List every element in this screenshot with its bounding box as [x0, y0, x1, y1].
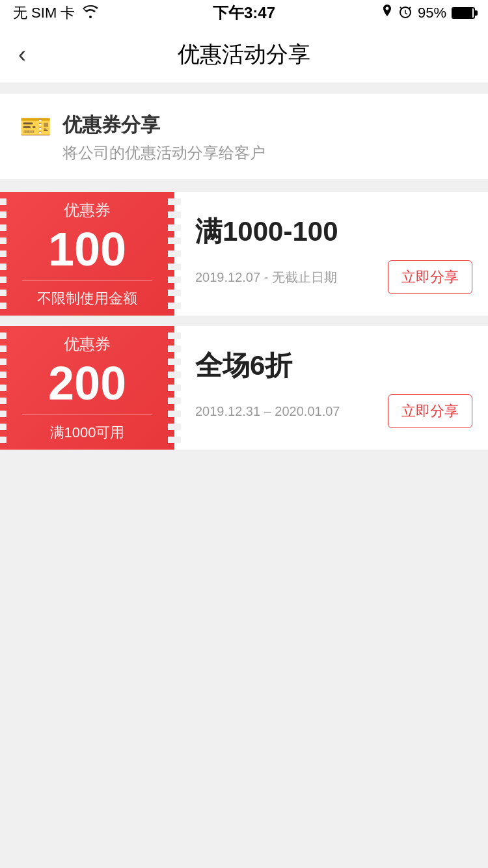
coupon-bottom-row: 2019.12.31 – 2020.01.07 立即分享 [195, 394, 472, 428]
coupon-left: 优惠券 100 不限制使用金额 [0, 192, 174, 316]
coupon-list: 优惠券 100 不限制使用金额 满1000-100 2019.12.07 - 无… [0, 179, 488, 450]
coupon-divider [22, 280, 152, 281]
coupon-label: 优惠券 [64, 334, 111, 355]
coupon-left: 优惠券 200 满1000可用 [0, 326, 174, 450]
coupon-right: 满1000-100 2019.12.07 - 无截止日期 立即分享 [174, 192, 488, 316]
location-icon [381, 5, 393, 22]
share-button[interactable]: 立即分享 [388, 260, 472, 294]
coupon-date: 2019.12.31 – 2020.01.07 [195, 404, 388, 419]
status-right: 95% [381, 5, 475, 22]
coupon-card: 优惠券 100 不限制使用金额 满1000-100 2019.12.07 - 无… [0, 192, 488, 316]
coupon-title: 满1000-100 [195, 213, 472, 250]
carrier-text: 无 SIM 卡 [13, 3, 75, 23]
coupon-title: 全场6折 [195, 347, 472, 384]
coupon-date: 2019.12.07 - 无截止日期 [195, 269, 388, 286]
battery-icon [452, 7, 475, 19]
section-header: 🎫 优惠券分享 将公司的优惠活动分享给客户 [0, 94, 488, 179]
coupon-bottom-row: 2019.12.07 - 无截止日期 立即分享 [195, 260, 472, 294]
empty-area [0, 450, 488, 710]
page-title: 优惠活动分享 [178, 40, 310, 70]
back-button[interactable]: ‹ [18, 41, 26, 68]
section-text-group: 优惠券分享 将公司的优惠活动分享给客户 [62, 112, 265, 163]
coupon-right: 全场6折 2019.12.31 – 2020.01.07 立即分享 [174, 326, 488, 450]
coupon-condition: 不限制使用金额 [37, 289, 137, 308]
coupon-condition: 满1000可用 [50, 423, 125, 442]
coupon-amount: 100 [48, 226, 126, 273]
coupon-amount: 200 [48, 360, 126, 407]
coupon-divider [22, 414, 152, 415]
status-time: 下午3:47 [213, 3, 275, 23]
share-button[interactable]: 立即分享 [388, 394, 472, 428]
alarm-icon [398, 5, 413, 22]
coupon-label: 优惠券 [64, 200, 111, 221]
battery-percentage: 95% [418, 5, 446, 21]
status-bar: 无 SIM 卡 下午3:47 95% [0, 0, 488, 26]
section-subtitle: 将公司的优惠活动分享给客户 [62, 142, 265, 163]
status-left: 无 SIM 卡 [13, 3, 100, 23]
section-icon: 🎫 [20, 113, 52, 139]
section-title: 优惠券分享 [62, 112, 265, 139]
nav-bar: ‹ 优惠活动分享 [0, 26, 488, 83]
wifi-icon [81, 4, 100, 22]
coupon-card: 优惠券 200 满1000可用 全场6折 2019.12.31 – 2020.0… [0, 326, 488, 450]
